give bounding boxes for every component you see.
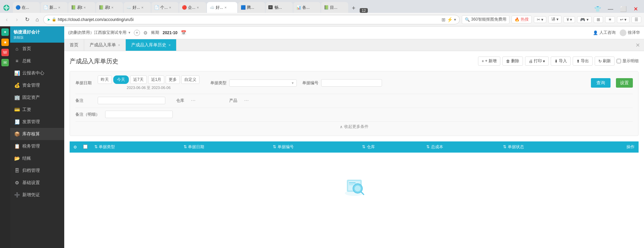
tab-breadcrumb[interactable]: 首页 [64, 39, 84, 51]
tab-易1[interactable]: 📗 易t × [68, 2, 95, 13]
sidebar-item-inventory[interactable]: 📦 库存核算 [10, 128, 64, 140]
undo-btn[interactable]: ↩ ▾ [617, 16, 629, 23]
new-tab-button[interactable]: + [349, 3, 358, 13]
tab-close-icon[interactable]: × [58, 5, 60, 9]
note-detail-filter-input[interactable] [105, 111, 173, 118]
th-type[interactable]: ⇅ 单据类型 [90, 141, 180, 153]
refresh-button[interactable]: ↻ 刷新 [595, 57, 615, 66]
tab-在[interactable]: 🔵 在... [13, 2, 40, 13]
yuan-btn[interactable]: ¥ ▾ [564, 16, 575, 23]
tab-个[interactable]: 📄 个... × [151, 2, 178, 13]
hot-search-badge[interactable]: 🔥 热搜 [511, 16, 532, 23]
tab-close-icon[interactable]: × [141, 5, 143, 9]
show-col-input[interactable] [617, 59, 621, 63]
tab-count-badge[interactable]: 12 [360, 8, 368, 13]
grid-btn[interactable]: ⊞ [594, 16, 603, 23]
search-box[interactable]: 🔍 360智能抠图免费用 [462, 15, 509, 24]
sidebar-item-home[interactable]: ⌂ 首页 [10, 43, 64, 55]
tab-目[interactable]: 📗 目... [321, 2, 348, 13]
home-button[interactable]: ⌂ [33, 16, 41, 24]
sidebar-item-newreceipt[interactable]: ➕ 新增凭证 [10, 189, 64, 201]
tab-好1[interactable]: ☁️ 好... × [124, 2, 151, 13]
tab-close-icon[interactable]: × [111, 5, 113, 9]
date-btn-7days[interactable]: 近7天 [130, 75, 147, 84]
app-rail-icon-orange[interactable]: ★ [1, 39, 9, 46]
tab-close-icon[interactable]: × [169, 5, 171, 9]
new-button[interactable]: + + 新增 [478, 57, 500, 66]
scissors-btn[interactable]: ✂ ▾ [534, 16, 546, 23]
minimize-button[interactable]: — [606, 5, 615, 13]
th-checkbox[interactable] [80, 141, 90, 153]
number-filter-input[interactable] [321, 79, 382, 87]
tab-好2-active[interactable]: ☁️ 好... × [207, 2, 237, 13]
sidebar-item-basic[interactable]: ⚙ 基础设置 [10, 177, 64, 189]
tab-畅[interactable]: 🅼 畅... [266, 2, 293, 13]
settings-gear-button[interactable]: ⚙ [143, 30, 148, 36]
warehouse-dots[interactable]: ··· [190, 97, 197, 104]
theme-btn[interactable]: ☀ [605, 16, 615, 23]
forward-button[interactable]: › [13, 16, 21, 24]
th-gear[interactable]: ⚙ [70, 141, 80, 153]
tab-close-icon[interactable]: × [84, 5, 86, 9]
tab-企[interactable]: 🔴 企... × [179, 2, 206, 13]
maximize-button[interactable]: ⬜ [618, 5, 629, 13]
type-select[interactable]: ▾ [229, 80, 297, 87]
tab-history-close-icon[interactable]: × [168, 43, 170, 47]
menu-btn[interactable]: ☰ [631, 16, 641, 23]
sidebar-item-asset[interactable]: 🏢 固定资产 [10, 91, 64, 104]
tab-易2[interactable]: 📗 易t × [96, 2, 123, 13]
tab-新[interactable]: 📄 新... × [41, 2, 68, 13]
extension-icon[interactable]: ⚡ [447, 17, 453, 22]
note-filter-input[interactable] [98, 97, 165, 104]
query-button[interactable]: 查询 [591, 78, 611, 88]
close-button[interactable]: ✕ [631, 5, 640, 13]
tab-各[interactable]: 📊 各... [293, 2, 320, 13]
th-status[interactable]: ⇅ 单据状态 [499, 141, 588, 153]
grid-icon[interactable]: ⊞ [442, 17, 446, 22]
page-tab-history-active[interactable]: 产成品入库单历史 × [126, 39, 176, 51]
import-button[interactable]: ⬇ 导入 [551, 57, 571, 66]
dropdown-arrow-icon[interactable]: ▾ [454, 17, 456, 22]
sidebar-item-archive[interactable]: 🗄 归档管理 [10, 164, 64, 177]
sidebar-item-report[interactable]: 📊 云报表中心 [10, 67, 64, 79]
tab-腾[interactable]: 🟦 腾... [238, 2, 265, 13]
url-box[interactable]: ➤ 🔒 https://cloud.chanjet.com/accounting… [43, 15, 460, 24]
date-btn-yesterday[interactable]: 昨天 [98, 75, 112, 84]
back-button[interactable]: ‹ [3, 16, 11, 24]
th-warehouse[interactable]: ⇅ 仓库 [358, 141, 422, 153]
page-tab-list[interactable]: 产成品入库单 × [84, 39, 126, 51]
th-number[interactable]: ⇅ 单据编号 [269, 141, 358, 153]
reload-button[interactable]: ↻ [23, 16, 31, 24]
game-btn[interactable]: 🎮 ▾ [577, 16, 591, 23]
date-btn-1month[interactable]: 近1月 [148, 75, 165, 84]
product-dots[interactable]: ··· [243, 97, 250, 104]
export-button[interactable]: ⬆ 导出 [573, 57, 593, 66]
date-btn-custom[interactable]: 自定义 [181, 75, 199, 84]
delete-button[interactable]: 🗑 删除 [502, 57, 523, 66]
translate-btn[interactable]: 译 ▾ [548, 16, 562, 23]
tab-close-icon[interactable]: × [224, 5, 226, 9]
browser-logo[interactable] [1, 3, 11, 13]
show-col-checkbox[interactable]: 显示明细 [617, 58, 639, 64]
sidebar-item-tax[interactable]: 📋 税务管理 [10, 140, 64, 152]
shirt-icon[interactable]: 👕 [592, 5, 603, 13]
app-rail-icon-red[interactable]: W [1, 49, 9, 56]
sidebar-item-invoice[interactable]: 🧾 发票管理 [10, 116, 64, 128]
tab-close-icon[interactable]: × [197, 5, 199, 9]
add-company-button[interactable]: + [134, 30, 140, 36]
sidebar-item-fund[interactable]: 💰 资金管理 [10, 79, 64, 91]
sidebar-item-salary[interactable]: 💳 工资 [10, 104, 64, 116]
help-button[interactable]: 👤 人工咨询 [593, 30, 616, 36]
th-total-cost[interactable]: ⇅ 总成本 [422, 141, 499, 153]
tab-list-close-icon[interactable]: × [118, 43, 120, 47]
sidebar-item-closing[interactable]: 📂 结账 [10, 152, 64, 164]
app-rail-icon-green[interactable]: ✦ [1, 28, 9, 36]
date-btn-more[interactable]: 更多 [166, 75, 180, 84]
collapse-filter-button[interactable]: ∧ 收起更多条件 [75, 121, 633, 132]
calendar-icon[interactable]: 📅 [181, 30, 186, 35]
date-btn-today[interactable]: 今天 [113, 75, 129, 84]
user-button[interactable]: 徐泽华 [620, 29, 640, 36]
th-date[interactable]: ⇅ 单据日期 [180, 141, 269, 153]
company-selector[interactable]: (勿删勿禁用）江西腺宝测试专用 ▾ [68, 30, 130, 36]
sidebar-item-ledger[interactable]: ≡ 总账 [10, 55, 64, 67]
